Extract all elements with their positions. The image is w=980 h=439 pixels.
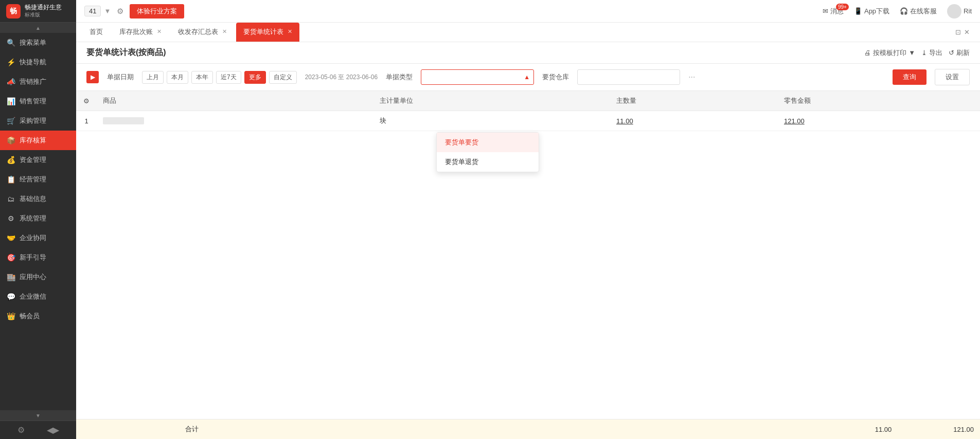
col-settings[interactable]: ⚙ (76, 91, 97, 111)
topbar-gear-icon[interactable]: ⚙ (117, 7, 123, 16)
sidebar-item-label: 搜索菜单 (20, 38, 46, 47)
tab-inventory-batch-label: 库存批次账 (119, 27, 153, 36)
export-icon: ⤓ (921, 49, 927, 57)
warehouse-input[interactable] (577, 69, 680, 85)
this-month-btn[interactable]: 本月 (167, 71, 188, 84)
sidebar-item-finance[interactable]: 💰 资金管理 (0, 150, 76, 170)
sales-icon: 📊 (6, 97, 15, 106)
product-name-placeholder: ██████ (103, 117, 144, 124)
tab-receive-summary[interactable]: 收发存汇总表 ✕ (171, 23, 234, 42)
tab-close-icon[interactable]: ✕ (222, 28, 227, 35)
tab-home[interactable]: 首页 (82, 23, 110, 42)
export-btn[interactable]: ⤓ 导出 (921, 48, 942, 58)
sidebar-scroll-up[interactable]: ▲ (0, 23, 76, 33)
row-product: ██████ (97, 111, 373, 131)
row-num: 1 (76, 111, 97, 131)
logo-icon: 畅 (6, 4, 21, 19)
collapse-icon[interactable]: ◀▶ (47, 425, 59, 435)
sidebar-item-sales[interactable]: 📊 销售管理 (0, 92, 76, 111)
tab-home-label: 首页 (90, 27, 103, 36)
dropdown-item-order-goods[interactable]: 要货单要货 (437, 133, 539, 152)
refresh-btn[interactable]: ↺ 刷新 (949, 48, 970, 58)
inventory-icon: 📦 (6, 136, 15, 145)
tab-close-icon[interactable]: ✕ (157, 28, 162, 35)
settings-icon[interactable]: ⚙ (17, 425, 25, 435)
sidebar-item-label: 企业微信 (20, 292, 46, 301)
finance-icon: 💰 (6, 155, 15, 164)
tab-order-stat[interactable]: 要货单统计表 ✕ (236, 23, 299, 42)
sidebar-item-operation[interactable]: 📋 经营管理 (0, 170, 76, 189)
online-service-item[interactable]: 🎧 在线客服 (900, 7, 937, 16)
more-filters-icon[interactable]: ··· (688, 72, 695, 82)
phone-icon: 📱 (854, 7, 862, 15)
filter-expand-btn[interactable]: ▶ (86, 71, 99, 83)
filter-area: ▶ 单据日期 上月 本月 本年 近7天 更多 自定义 2023-05-06 至 … (76, 64, 980, 91)
sidebar-item-appstore[interactable]: 🏬 应用中心 (0, 267, 76, 287)
filter-settings-btn[interactable]: 设置 (935, 69, 970, 85)
search-btn[interactable]: 查询 (893, 69, 926, 85)
tab-order-stat-label: 要货单统计表 (243, 27, 283, 36)
trial-btn[interactable]: 体验行业方案 (130, 4, 184, 19)
sidebar-scroll-down[interactable]: ▼ (0, 410, 76, 420)
app-download-item[interactable]: 📱 App下载 (854, 7, 889, 16)
sidebar-item-wechat[interactable]: 💬 企业微信 (0, 287, 76, 306)
close-all-icon: ✕ (964, 28, 970, 36)
sidebar-item-shortcut[interactable]: ⚡ 快捷导航 (0, 52, 76, 72)
sidebar-item-label: 新手引导 (20, 253, 46, 262)
summary-quantity: 11.00 (875, 426, 892, 433)
more-btn[interactable]: 更多 (244, 71, 266, 84)
store-selector[interactable]: 41 ▼ (84, 6, 111, 16)
col-unit: 主计量单位 (373, 91, 610, 111)
sidebar-item-inventory[interactable]: 📦 库存核算 (0, 131, 76, 150)
flash-icon: ⚡ (6, 58, 15, 67)
headset-icon: 🎧 (900, 7, 908, 15)
doc-type-input[interactable] (421, 69, 534, 85)
notification-item[interactable]: ✉ 消息 99+ (823, 7, 844, 16)
chevron-down-icon: ▼ (104, 7, 111, 15)
summary-values: 11.00 121.00 (875, 426, 974, 433)
user-avatar[interactable]: Rit (947, 4, 972, 19)
content-wrapper: 要货单统计表(按商品) 🖨 按模板打印 ▼ ⤓ 导出 ↺ 刷新 (76, 42, 980, 439)
sidebar-item-label: 销售管理 (20, 97, 46, 106)
tab-close-icon[interactable]: ✕ (288, 28, 292, 35)
tab-inventory-batch[interactable]: 库存批次账 ✕ (112, 23, 169, 42)
tab-expand[interactable]: ⊡ ✕ (951, 23, 974, 42)
row-amount[interactable]: 121.00 (778, 111, 980, 131)
sidebar-item-purchase[interactable]: 🛒 采购管理 (0, 111, 76, 131)
warehouse-input-wrapper (577, 69, 680, 85)
sidebar-item-basic[interactable]: 🗂 基础信息 (0, 189, 76, 209)
page-actions: 🖨 按模板打印 ▼ ⤓ 导出 ↺ 刷新 (864, 48, 970, 58)
member-icon: 👑 (6, 312, 15, 321)
last-month-btn[interactable]: 上月 (142, 71, 164, 84)
dropdown-item-order-return[interactable]: 要货单退货 (437, 152, 539, 172)
sidebar-item-search[interactable]: 🔍 搜索菜单 (0, 33, 76, 52)
sidebar-item-guide[interactable]: 🎯 新手引导 (0, 248, 76, 267)
refresh-icon: ↺ (949, 49, 954, 57)
online-service-label: 在线客服 (910, 7, 937, 16)
enterprise-icon: 🤝 (6, 233, 15, 243)
notification-badge: 99+ (836, 4, 849, 10)
template-print-btn[interactable]: 🖨 按模板打印 ▼ (864, 48, 915, 58)
sidebar-item-system[interactable]: ⚙ 系统管理 (0, 209, 76, 228)
purchase-icon: 🛒 (6, 116, 15, 125)
doc-type-input-wrapper: ▲ (421, 69, 534, 85)
settings-col-icon[interactable]: ⚙ (83, 97, 90, 105)
sidebar-item-enterprise[interactable]: 🤝 企业协同 (0, 228, 76, 248)
warehouse-label: 要货仓库 (542, 72, 569, 82)
sidebar-item-label: 库存核算 (20, 136, 46, 145)
sidebar-item-member[interactable]: 👑 畅会员 (0, 306, 76, 326)
doc-type-dropdown: 要货单要货 要货单退货 (436, 132, 539, 172)
topbar: 41 ▼ ⚙ 体验行业方案 ✉ 消息 99+ 📱 App下载 🎧 在线客服 Ri… (76, 0, 980, 23)
last7days-btn[interactable]: 近7天 (216, 71, 241, 84)
filter-date-btns: 上月 本月 本年 近7天 更多 自定义 (142, 71, 297, 84)
sidebar-item-label: 采购管理 (20, 116, 46, 125)
custom-btn[interactable]: 自定义 (269, 71, 297, 84)
row-quantity[interactable]: 11.00 (610, 111, 778, 131)
summary-label: 合计 (185, 425, 199, 434)
doc-type-label: 单据类型 (386, 72, 413, 82)
app-download-label: App下载 (864, 7, 889, 16)
sidebar-item-marketing[interactable]: 📣 营销推广 (0, 72, 76, 92)
bell-icon: ✉ (823, 7, 828, 15)
sidebar-item-label: 营销推广 (20, 77, 46, 86)
this-year-btn[interactable]: 本年 (191, 71, 213, 84)
